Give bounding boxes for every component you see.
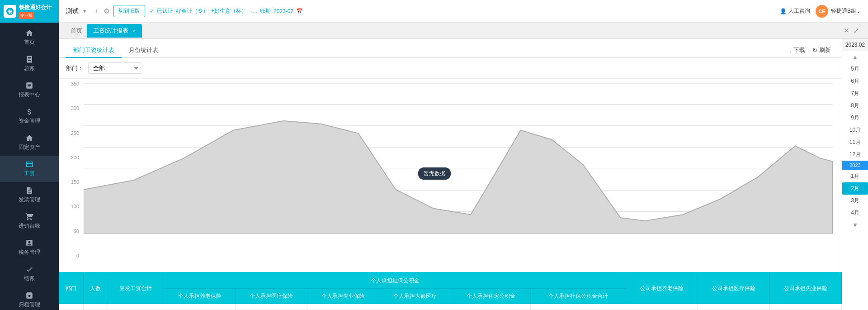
year-next-btn[interactable]: ▼ — [842, 219, 868, 231]
sidebar-item-funds[interactable]: 资金管理 — [0, 103, 59, 129]
th-company-unemployment: 公司承担失业保险 — [770, 273, 842, 304]
month-12[interactable]: 12月 — [842, 148, 868, 161]
sidebar-nav: 首页 总账 报表中心 资金管理 固定资产 工资 发票管理 — [0, 23, 59, 310]
switch-old-btn[interactable]: 切到旧版 — [113, 5, 145, 17]
tab-salary-report[interactable]: 工资统计报表 × — [87, 24, 142, 38]
sidebar-item-archive[interactable]: 归档管理 — [0, 287, 59, 310]
y-label-100: 100 — [61, 204, 79, 209]
month-5[interactable]: 5月 — [842, 63, 868, 75]
sidebar-item-reports[interactable]: 报表中心 — [0, 77, 59, 103]
month-8[interactable]: 8月 — [842, 100, 868, 112]
year-display: 2023.02 — [842, 39, 868, 51]
window-close-icon[interactable]: ✕ — [842, 24, 851, 37]
th-personal-unemployment: 个人承担失业保险 — [307, 289, 379, 304]
app-logo: 畅 畅捷通好会计 专业版 — [0, 0, 59, 23]
sub-tab-dept[interactable]: 部门工资统计表 — [66, 43, 122, 58]
sub-tab-monthly[interactable]: 月份统计表 — [122, 43, 165, 58]
refresh-icon: ↻ — [812, 47, 817, 54]
sub-tabs: 部门工资统计表 月份统计表 ↓ 下载 ↻ 刷新 — [59, 39, 842, 58]
th-personal-housing-fund: 个人承担住房公积金 — [451, 289, 530, 304]
calendar-icon[interactable]: 📅 — [296, 8, 303, 14]
download-btn[interactable]: ↓ 下载 — [785, 44, 809, 56]
month-6[interactable]: 6月 — [842, 75, 868, 87]
topbar: 测试 ▾ ＋ ⚙ 切到旧版 ✓ 已认证 好会计（专） +好生意（标） +... … — [59, 0, 868, 23]
dept-label: 部门： — [66, 64, 84, 72]
settings-icon[interactable]: ⚙ — [104, 7, 110, 15]
tabbar: 首页 工资统计报表 × ✕ ⤢ — [59, 23, 868, 39]
y-label-150: 150 — [61, 179, 79, 185]
y-label-300: 300 — [61, 105, 79, 111]
company-name: 测试 — [66, 7, 79, 15]
logo-icon: 畅 — [4, 5, 16, 18]
sidebar-item-home[interactable]: 首页 — [0, 24, 59, 51]
month-7[interactable]: 7月 — [842, 87, 868, 100]
bottom-table: 部门 人数 应发工资合计 个人承担社保公积金 公司承担养老保险 公司承担医疗保险… — [59, 272, 842, 310]
window-expand-icon[interactable]: ⤢ — [851, 24, 861, 37]
chart-svg — [84, 83, 833, 258]
user-area: CE 轻捷通B组... — [816, 5, 861, 18]
year-panel: 2023.02 ▲ 5月 6月 7月 8月 9月 10月 11月 12月 202… — [842, 39, 868, 310]
user-avatar: CE — [816, 5, 828, 18]
month-11[interactable]: 11月 — [842, 136, 868, 148]
year-2023-label: 2023 — [842, 161, 868, 170]
toolbar: 部门： 全部 — [59, 58, 842, 79]
th-personal-insurance-group: 个人承担社保公积金 — [164, 273, 626, 289]
svg-text:畅: 畅 — [8, 10, 12, 14]
th-dept: 部门 — [59, 273, 84, 304]
download-icon: ↓ — [789, 47, 792, 54]
svg-marker-10 — [84, 121, 833, 234]
sidebar-item-invoice[interactable]: 发票管理 — [0, 182, 59, 208]
y-label-50: 50 — [61, 229, 79, 234]
th-total-salary: 应发工资合计 — [108, 273, 164, 304]
th-personal-insurance-total: 个人承担社保公积金合计 — [531, 289, 626, 304]
add-icon[interactable]: ＋ — [93, 6, 100, 16]
left-panel: 部门工资统计表 月份统计表 ↓ 下载 ↻ 刷新 部门： — [59, 39, 842, 310]
tab-close-btn[interactable]: × — [133, 28, 136, 33]
month-9[interactable]: 9月 — [842, 112, 868, 124]
table-row — [59, 304, 842, 310]
help-btn[interactable]: 👤 人工咨询 — [780, 7, 810, 15]
year-prev-btn[interactable]: ▲ — [842, 51, 868, 63]
month-1[interactable]: 1月 — [842, 170, 868, 182]
main-content: 测试 ▾ ＋ ⚙ 切到旧版 ✓ 已认证 好会计（专） +好生意（标） +... … — [59, 0, 868, 310]
y-axis: 0 50 100 150 200 250 300 350 — [61, 81, 79, 258]
sidebar-item-checkout[interactable]: 结账 — [0, 261, 59, 287]
toolbar-left: 部门： 全部 — [66, 62, 142, 74]
th-personal-major-medical: 个人承担大额医疗 — [379, 289, 451, 304]
month-2-active[interactable]: 2月 — [842, 182, 868, 195]
company-dropdown-icon[interactable]: ▾ — [83, 8, 86, 14]
y-label-350: 350 — [61, 81, 79, 86]
th-company-medical: 公司承担医疗保险 — [698, 273, 770, 304]
dept-select[interactable]: 全部 — [88, 62, 142, 74]
y-label-0: 0 — [61, 253, 79, 258]
refresh-btn[interactable]: ↻ 刷新 — [809, 44, 835, 56]
sidebar-item-trade[interactable]: 进销台账 — [0, 208, 59, 234]
y-label-250: 250 — [61, 130, 79, 136]
th-company-pension: 公司承担养老保险 — [626, 273, 698, 304]
sidebar-item-tax[interactable]: 税务管理 — [0, 234, 59, 261]
sidebar: 畅 畅捷通好会计 专业版 首页 总账 报表中心 资金管理 固定 — [0, 0, 59, 310]
chart-area: 0 50 100 150 200 250 300 350 — [59, 79, 842, 272]
topbar-actions: ＋ ⚙ 切到旧版 — [93, 5, 145, 17]
sidebar-item-ledger[interactable]: 总账 — [0, 51, 59, 77]
topbar-right: 👤 人工咨询 CE 轻捷通B组... — [780, 5, 861, 18]
th-count: 人数 — [83, 273, 108, 304]
th-personal-pension: 个人承担养老保险 — [164, 289, 236, 304]
month-3[interactable]: 3月 — [842, 195, 868, 207]
tab-home[interactable]: 首页 — [66, 24, 87, 38]
month-10[interactable]: 10月 — [842, 124, 868, 136]
user-name[interactable]: 轻捷通B组... — [831, 7, 861, 15]
th-personal-medical: 个人承担医疗保险 — [236, 289, 307, 304]
logo-text: 畅捷通好会计 专业版 — [19, 4, 52, 19]
topbar-status: ✓ 已认证 好会计（专） +好生意（标） +... 账期 2023-02 📅 — [150, 7, 303, 15]
sidebar-item-assets[interactable]: 固定资产 — [0, 129, 59, 156]
content-area: 部门工资统计表 月份统计表 ↓ 下载 ↻ 刷新 部门： — [59, 39, 868, 310]
month-4[interactable]: 4月 — [842, 207, 868, 219]
y-label-200: 200 — [61, 155, 79, 160]
sidebar-item-salary[interactable]: 工资 — [0, 156, 59, 182]
year-nav: ▲ 5月 6月 7月 8月 9月 10月 11月 12月 2023 1月 2月 … — [842, 51, 868, 231]
